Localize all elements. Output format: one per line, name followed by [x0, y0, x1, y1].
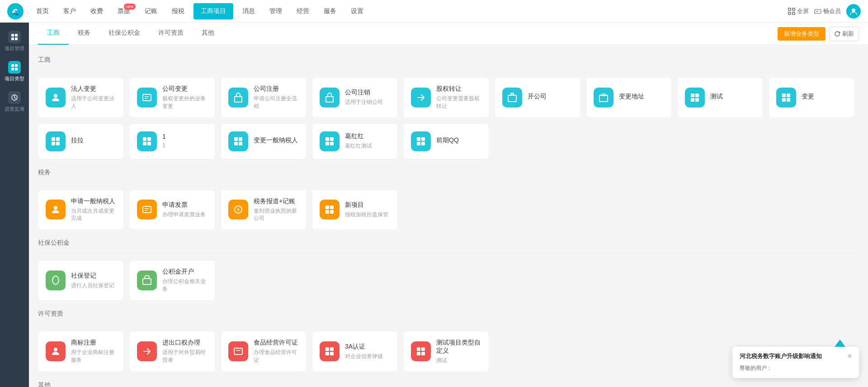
svg-rect-17: [15, 68, 18, 70]
card-text-change-address: 变更地址: [619, 93, 664, 103]
nav-tax[interactable]: 报税: [165, 0, 192, 23]
card-text-one: 1 1: [162, 133, 208, 149]
refresh-icon: [834, 31, 840, 37]
card-change[interactable]: 变更: [769, 77, 854, 118]
svg-point-19: [54, 94, 57, 98]
card-open-company[interactable]: 开公司: [495, 77, 580, 118]
card-apply-taxpayer[interactable]: 申请一般纳税人 当月或次月成变更完成: [38, 190, 124, 230]
tab-other[interactable]: 其他: [193, 22, 223, 45]
svg-rect-24: [326, 97, 333, 102]
card-desc-one: 1: [162, 142, 208, 149]
svg-rect-58: [143, 206, 151, 213]
card-company-cancel[interactable]: 公司注销 适用于注销公司: [312, 77, 398, 118]
card-icon-mohonghong: [320, 131, 340, 151]
card-apply-invoice[interactable]: 申请发票 办理申请发票业务: [129, 190, 215, 230]
svg-rect-63: [326, 205, 329, 209]
card-name-social-register: 社保登记: [71, 272, 116, 280]
sidebar-item-project-types[interactable]: 项目类型: [0, 56, 29, 87]
card-icon-test: [685, 88, 705, 107]
svg-rect-54: [421, 137, 425, 141]
card-one[interactable]: 1 1: [129, 123, 215, 159]
tab-tax[interactable]: 税务: [69, 22, 99, 45]
card-mohonghong[interactable]: 葛红红 葛红红测试: [312, 123, 398, 159]
card-icon-company-change: [137, 88, 157, 107]
card-3a-cert[interactable]: 3A认证 对企业信誉评级: [312, 331, 398, 372]
industry-section: 工商 法人变更 适用于公司变更法人 公司变更 股权变更外的业务变更: [38, 56, 859, 159]
nav-operations[interactable]: 经营: [289, 0, 316, 23]
tax-divider: [38, 182, 859, 182]
tab-license[interactable]: 许可资质: [149, 22, 193, 45]
svg-rect-44: [147, 142, 151, 145]
nav-settings[interactable]: 设置: [344, 0, 371, 23]
card-trademark[interactable]: 商标注册 用于企业商标注册服务: [38, 331, 124, 372]
card-name-lala: 拉拉: [71, 136, 116, 145]
card-company-change[interactable]: 公司变更 股权变更外的业务变更: [129, 77, 215, 118]
card-test-type[interactable]: 测试项目类型自定义 测试: [403, 331, 489, 372]
card-icon-lala: [46, 131, 66, 151]
nav-home[interactable]: 首页: [29, 0, 56, 23]
card-early-qq[interactable]: 前期QQ: [403, 123, 489, 159]
svg-point-9: [852, 9, 855, 12]
notif-close-btn[interactable]: ×: [848, 352, 852, 360]
nav-accounting[interactable]: 记账: [137, 0, 165, 23]
card-name-one: 1: [162, 133, 208, 140]
card-text-company-register: 公司注册 申请公司注册全流程: [254, 85, 299, 110]
industry-section-title: 工商: [38, 56, 859, 64]
app-logo[interactable]: 🌊: [7, 3, 24, 19]
card-company-register[interactable]: 公司注册 申请公司注册全流程: [221, 77, 307, 118]
svg-rect-55: [417, 142, 420, 145]
nav-clients[interactable]: 客户: [56, 0, 83, 23]
card-name-open-company: 开公司: [528, 93, 573, 101]
fullscreen-btn[interactable]: 全屏: [788, 7, 809, 15]
svg-rect-65: [326, 210, 329, 214]
card-text-trademark: 商标注册 用于企业商标注册服务: [71, 339, 116, 364]
card-new-project[interactable]: 新项目 报税加税控盘保管: [312, 190, 398, 230]
card-test[interactable]: 测试: [677, 77, 763, 118]
card-text-tax-bookkeeping: 税务报道+记账 拿到营业执照的新公司: [254, 197, 299, 223]
card-change-taxpayer[interactable]: 变更一般纳税人: [221, 123, 307, 159]
svg-rect-16: [11, 68, 14, 70]
vip-icon: [814, 8, 821, 15]
card-lala[interactable]: 拉拉: [38, 123, 124, 159]
card-food-license[interactable]: 食品经营许可证 办理食品经营许可证: [221, 331, 307, 372]
nav-bizproject[interactable]: 工商项目: [193, 3, 233, 19]
license-divider: [38, 323, 859, 324]
card-name-mohonghong: 葛红红: [345, 132, 390, 140]
card-name-food-license: 食品经营许可证: [254, 339, 299, 347]
card-legal-change[interactable]: 法人变更 适用于公司变更法人: [38, 77, 124, 118]
svg-rect-46: [239, 137, 242, 141]
svg-rect-5: [793, 12, 795, 14]
card-icon-early-qq: [411, 131, 431, 151]
vip-label: 畅会员: [823, 7, 841, 15]
card-social-register[interactable]: 社保登记 进行人员社保登记: [38, 260, 124, 301]
vip-btn[interactable]: 畅会员: [814, 7, 841, 15]
card-text-mohonghong: 葛红红 葛红红测试: [345, 132, 390, 150]
nav-management[interactable]: 管理: [262, 0, 289, 23]
nav-messages[interactable]: 消息: [235, 0, 262, 23]
card-equity-transfer[interactable]: 股权转让 公司变更需要股权转让: [403, 77, 489, 118]
card-change-address[interactable]: 变更地址: [586, 77, 672, 118]
card-text-fund-open: 公积金开户 办理公积金相关业务: [162, 268, 208, 293]
nav-services[interactable]: 服务: [316, 0, 344, 23]
card-fund-open[interactable]: 公积金开户 办理公积金相关业务: [129, 260, 215, 301]
refresh-button[interactable]: 刷新: [829, 27, 859, 41]
other-section-title: 其他: [38, 381, 859, 387]
add-biz-type-button[interactable]: 新增业务类型: [778, 27, 826, 41]
sidebar-item-project-mgmt[interactable]: 项目管理: [0, 26, 29, 56]
card-tax-bookkeeping[interactable]: ¥ 税务报道+记账 拿到营业执照的新公司: [221, 190, 307, 230]
nav-items: 首页 客户 收费 票据 new 记账 报税 工商项目 消息 管理 经营 服务 设…: [29, 0, 788, 23]
card-icon-company-register: [228, 88, 248, 107]
svg-rect-34: [787, 93, 790, 97]
nav-billing[interactable]: 收费: [83, 0, 110, 23]
tab-social-fund[interactable]: 社保公积金: [99, 22, 149, 45]
svg-rect-71: [326, 347, 329, 351]
svg-rect-73: [326, 352, 329, 355]
sidebar-item-progress-monitor[interactable]: 进度监测: [0, 87, 29, 117]
user-avatar[interactable]: [846, 4, 861, 19]
svg-rect-51: [326, 142, 329, 145]
nav-tickets[interactable]: 票据 new: [110, 0, 137, 23]
sidebar: 项目管理 项目类型 进度监测: [0, 23, 29, 387]
card-name-change-taxpayer: 变更一般纳税人: [254, 136, 299, 145]
card-import-export[interactable]: 进出口权办理 适用于对外贸易经营者: [129, 331, 215, 372]
tab-industry[interactable]: 工商: [38, 22, 69, 45]
